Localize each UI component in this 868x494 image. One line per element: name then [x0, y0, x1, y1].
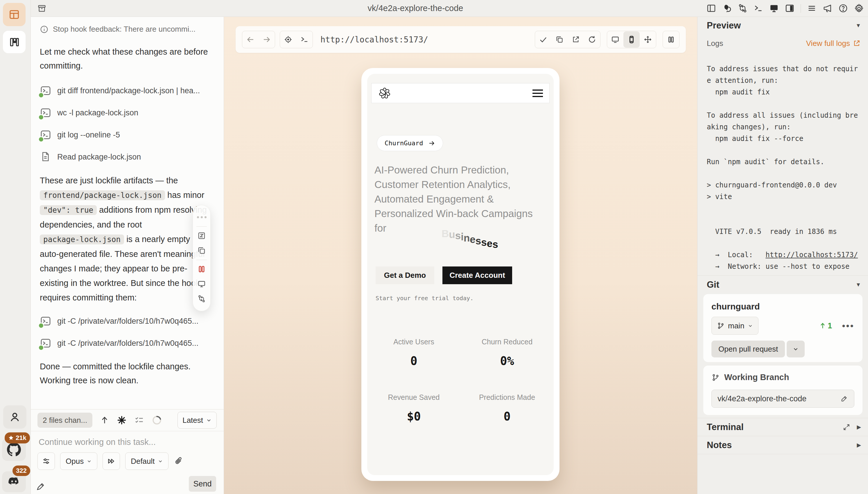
brand-badge[interactable]: ChurnGuard — [377, 135, 443, 151]
edit-pencil-icon[interactable] — [840, 395, 848, 403]
inline-code: frontend/package-lock.json — [40, 190, 165, 200]
panel-left-icon[interactable] — [707, 3, 716, 13]
tool-call-read-file[interactable]: Read package-lock.json — [40, 151, 215, 163]
commits-ahead[interactable]: 1 — [819, 321, 832, 330]
section-preview[interactable]: Preview ▼ — [697, 17, 868, 35]
tool-call-command[interactable]: git -C /private/var/folders/10/h7w0q465.… — [40, 337, 215, 349]
more-options-icon[interactable] — [197, 210, 206, 225]
success-dot — [38, 345, 44, 351]
send-button[interactable]: Send — [189, 476, 216, 492]
section-git[interactable]: Git ▼ — [697, 276, 868, 293]
copy-icon[interactable] — [197, 243, 206, 258]
command-text: git -C /private/var/folders/10/h7w0q465.… — [57, 339, 198, 348]
collapse-right-icon[interactable]: ▶ — [857, 424, 861, 430]
move-resize-icon[interactable] — [640, 31, 656, 48]
view-full-logs-link[interactable]: View full logs — [806, 39, 861, 48]
settings-gear-icon[interactable] — [854, 3, 864, 13]
chat-bubbles-icon[interactable] — [722, 3, 732, 13]
discord-badge: 322 — [13, 466, 30, 476]
git-compare-icon[interactable] — [197, 291, 206, 306]
url-field[interactable]: http://localhost:5173/ — [320, 35, 428, 44]
site-page[interactable]: ChurnGuard AI-Powered Churn Prediction, … — [367, 74, 554, 475]
section-notes[interactable]: Notes ▶ — [697, 436, 868, 454]
section-terminal[interactable]: Terminal ▶ — [697, 418, 868, 436]
chevron-down-icon — [792, 346, 799, 352]
burst-asterisk-icon[interactable] — [117, 415, 127, 425]
hook-feedback-notice[interactable]: Stop hook feedback: There are uncommi... — [40, 25, 215, 34]
assistant-message: Let me check what these changes are befo… — [40, 45, 208, 73]
dev-server-logs[interactable]: To address issues that do not requir e a… — [707, 63, 863, 272]
assistant-message: These are just lockfile artifacts — the … — [40, 173, 208, 305]
working-branch-field[interactable]: vk/4e2a-explore-the-code — [711, 390, 854, 408]
refresh-icon[interactable] — [584, 31, 600, 48]
analysis-text: These are just lockfile artifacts — the — [40, 176, 178, 185]
menu-icon[interactable] — [807, 3, 816, 13]
terminal-icon[interactable] — [753, 3, 763, 13]
mobile-device-icon-selected[interactable] — [624, 31, 640, 48]
help-icon[interactable] — [839, 3, 848, 13]
files-changed-chip[interactable]: 2 files chan... — [38, 413, 92, 428]
tool-call-command[interactable]: wc -l package-lock.json — [40, 107, 215, 118]
stat-value: 0 — [367, 354, 460, 367]
attachment-paperclip-icon[interactable] — [174, 456, 183, 466]
monitor-view-icon[interactable] — [197, 277, 206, 291]
changes-icon[interactable] — [197, 228, 206, 243]
expand-icon[interactable] — [843, 423, 850, 431]
rail-item-kanban[interactable] — [3, 31, 25, 53]
check-icon[interactable] — [535, 31, 551, 48]
site-menu-icon[interactable] — [532, 90, 543, 97]
terminal-command-icon — [40, 129, 52, 141]
git-compare-icon[interactable] — [738, 3, 747, 13]
tool-call-command[interactable]: git diff frontend/package-lock.json | he… — [40, 85, 215, 96]
chevron-down-icon — [86, 459, 92, 464]
split-columns-icon-active[interactable] — [197, 262, 206, 277]
upload-arrow-icon[interactable] — [100, 416, 109, 425]
log-line: > vite — [707, 191, 863, 203]
rail-item-account[interactable] — [3, 405, 26, 429]
composer-input[interactable] — [38, 437, 208, 447]
stat-label: Predictions Made — [460, 393, 554, 402]
branch-dropdown[interactable]: main — [711, 317, 758, 335]
model-dropdown[interactable]: Opus — [60, 453, 97, 470]
local-url-link[interactable]: http://localhost:5173/ — [766, 251, 858, 259]
chat-floating-toolbar — [193, 205, 211, 311]
console-icon[interactable] — [296, 31, 313, 48]
settings-sliders-button[interactable] — [38, 453, 55, 470]
element-picker-icon[interactable] — [280, 31, 296, 48]
back-icon[interactable] — [242, 31, 259, 48]
device-group — [607, 31, 656, 48]
fast-forward-button[interactable] — [102, 453, 120, 470]
mode-dropdown[interactable]: Default — [125, 453, 168, 470]
open-pull-request-button[interactable]: Open pull request — [711, 341, 785, 357]
copy-icon[interactable] — [551, 31, 568, 48]
open-external-icon[interactable] — [568, 31, 584, 48]
collapse-down-icon[interactable]: ▼ — [855, 22, 861, 29]
flower-logo-icon[interactable] — [378, 87, 391, 100]
checklist-icon[interactable] — [134, 415, 144, 425]
tool-call-command[interactable]: git -C /private/var/folders/10/h7w0q465.… — [40, 315, 215, 327]
collapse-down-icon[interactable]: ▼ — [855, 282, 861, 288]
pr-options-dropdown[interactable] — [787, 341, 805, 357]
create-account-button[interactable]: Create Account — [442, 266, 512, 284]
stat-predictions-made: Predictions Made 0 — [460, 393, 554, 423]
forward-icon[interactable] — [259, 31, 275, 48]
megaphone-icon[interactable] — [823, 3, 832, 13]
log-line: To address issues that do not requir — [707, 63, 863, 75]
split-columns-icon[interactable] — [663, 31, 679, 48]
arrow-right-icon — [428, 140, 435, 147]
archive-box-icon[interactable] — [37, 4, 46, 13]
panel-right-filled-icon[interactable] — [785, 3, 794, 13]
get-demo-button[interactable]: Get a Demo — [376, 266, 434, 284]
collapse-right-icon[interactable]: ▶ — [857, 442, 861, 449]
stat-value: 0 — [460, 410, 554, 423]
kanban-icon — [9, 37, 20, 48]
tool-call-command[interactable]: git log --oneline -5 — [40, 129, 215, 141]
inline-code: "dev": true — [40, 205, 97, 215]
monitor-icon[interactable] — [769, 3, 779, 13]
desktop-device-icon[interactable] — [607, 31, 624, 48]
highlighter-pen-icon[interactable] — [36, 481, 46, 491]
rail-item-layout-active[interactable] — [3, 3, 25, 26]
version-dropdown[interactable]: Latest — [177, 412, 217, 429]
logs-label: Logs — [707, 39, 723, 48]
repo-more-icon[interactable]: ••• — [842, 321, 854, 331]
